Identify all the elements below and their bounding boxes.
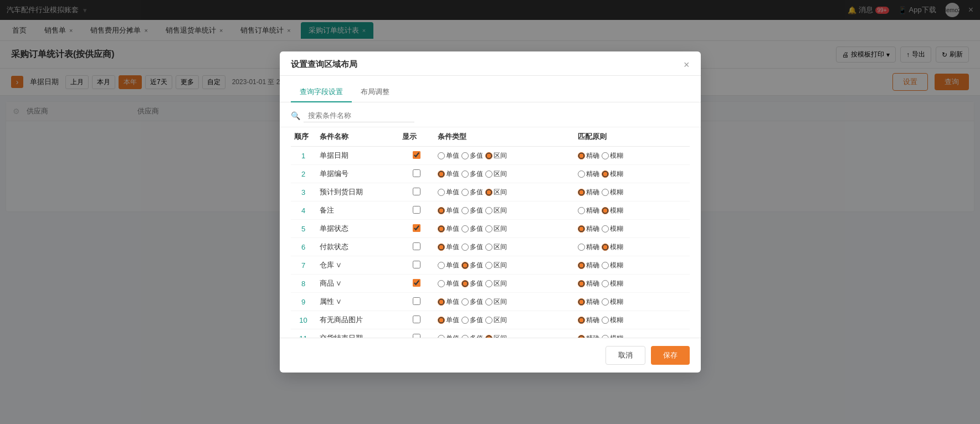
- th-display: 显示: [399, 127, 434, 147]
- row-match-2[interactable]: 精确模糊: [574, 183, 689, 201]
- th-match: 匹配原则: [574, 127, 689, 147]
- table-row: 3预计到货日期单值多值区间精确模糊: [291, 183, 690, 201]
- type-option-单值-1[interactable]: 单值: [438, 169, 459, 179]
- match-option-精确-2[interactable]: 精确: [578, 188, 599, 197]
- dialog: 设置查询区域布局 × 查询字段设置 布局调整 🔍 顺序 条件名称: [280, 51, 701, 218]
- search-icon: 🔍: [291, 111, 300, 120]
- dialog-table: 顺序 条件名称 显示 条件类型 匹配原则 1单据日期单值多值区间精确模糊2单据编…: [280, 127, 701, 218]
- table-row: 2单据编号单值多值区间精确模糊: [291, 165, 690, 183]
- dialog-title: 设置查询区域布局: [291, 59, 357, 70]
- match-option-精确-0[interactable]: 精确: [578, 151, 599, 161]
- table-row: 1单据日期单值多值区间精确模糊: [291, 147, 690, 165]
- match-option-精确-3[interactable]: 精确: [578, 206, 599, 215]
- type-option-区间-3[interactable]: 区间: [485, 206, 507, 215]
- table-row: 4备注单值多值区间精确模糊: [291, 201, 690, 218]
- row-match-3[interactable]: 精确模糊: [574, 201, 689, 218]
- match-option-模糊-1[interactable]: 模糊: [602, 169, 623, 179]
- type-option-区间-2[interactable]: 区间: [485, 188, 507, 197]
- type-option-多值-2[interactable]: 多值: [461, 188, 483, 197]
- row-display-3[interactable]: [399, 201, 434, 218]
- dialog-tabs: 查询字段设置 布局调整: [280, 76, 701, 102]
- modal-overlay: 设置查询区域布局 × 查询字段设置 布局调整 🔍 顺序 条件名称: [0, 0, 980, 218]
- type-option-多值-3[interactable]: 多值: [461, 206, 483, 215]
- row-order-2: 3: [291, 183, 316, 201]
- row-type-0[interactable]: 单值多值区间: [434, 147, 574, 165]
- display-checkbox-3[interactable]: [413, 206, 420, 214]
- match-option-精确-1[interactable]: 精确: [578, 169, 599, 179]
- row-match-0[interactable]: 精确模糊: [574, 147, 689, 165]
- row-name-0: 单据日期: [316, 147, 399, 165]
- type-option-单值-2[interactable]: 单值: [438, 188, 459, 197]
- display-checkbox-0[interactable]: [413, 151, 420, 159]
- conditions-table: 顺序 条件名称 显示 条件类型 匹配原则 1单据日期单值多值区间精确模糊2单据编…: [291, 127, 690, 218]
- row-order-3: 4: [291, 201, 316, 218]
- row-name-3: 备注: [316, 201, 399, 218]
- match-option-模糊-2[interactable]: 模糊: [602, 188, 623, 197]
- row-name-2: 预计到货日期: [316, 183, 399, 201]
- type-option-单值-3[interactable]: 单值: [438, 206, 459, 215]
- dialog-tab-layout[interactable]: 布局调整: [352, 82, 398, 102]
- row-type-1[interactable]: 单值多值区间: [434, 165, 574, 183]
- th-name: 条件名称: [316, 127, 399, 147]
- row-type-3[interactable]: 单值多值区间: [434, 201, 574, 218]
- dialog-close-button[interactable]: ×: [684, 60, 690, 70]
- th-order: 顺序: [291, 127, 316, 147]
- search-box: 🔍: [280, 102, 701, 127]
- type-option-单值-0[interactable]: 单值: [438, 151, 459, 161]
- type-option-区间-0[interactable]: 区间: [485, 151, 507, 161]
- match-option-模糊-0[interactable]: 模糊: [602, 151, 623, 161]
- display-checkbox-1[interactable]: [413, 169, 420, 177]
- display-checkbox-2[interactable]: [413, 188, 420, 195]
- row-display-0[interactable]: [399, 147, 434, 165]
- row-order-1: 2: [291, 165, 316, 183]
- row-name-1: 单据编号: [316, 165, 399, 183]
- row-match-1[interactable]: 精确模糊: [574, 165, 689, 183]
- search-input[interactable]: [304, 109, 414, 122]
- dialog-header: 设置查询区域布局 ×: [280, 51, 701, 76]
- row-display-1[interactable]: [399, 165, 434, 183]
- type-option-区间-1[interactable]: 区间: [485, 169, 507, 179]
- dialog-tab-query-fields[interactable]: 查询字段设置: [291, 82, 352, 102]
- row-order-0: 1: [291, 147, 316, 165]
- type-option-多值-0[interactable]: 多值: [461, 151, 483, 161]
- row-display-2[interactable]: [399, 183, 434, 201]
- row-type-2[interactable]: 单值多值区间: [434, 183, 574, 201]
- th-type: 条件类型: [434, 127, 574, 147]
- type-option-多值-1[interactable]: 多值: [461, 169, 483, 179]
- match-option-模糊-3[interactable]: 模糊: [602, 206, 623, 215]
